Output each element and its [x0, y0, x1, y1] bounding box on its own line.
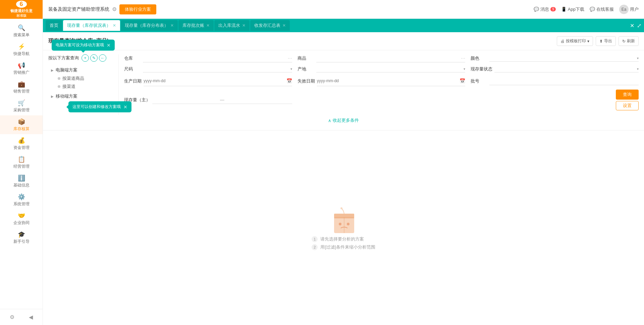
sidebar-item-finance[interactable]: 💰 资金管理: [0, 134, 43, 153]
sidebar-item-system[interactable]: ⚙️ 系统管理: [0, 191, 43, 209]
sidebar-item-label: 营销推广: [13, 70, 30, 75]
user-label: 用户: [630, 6, 639, 12]
sidebar-item-enterprise[interactable]: 🤝 企业协同: [0, 209, 43, 228]
tab-inventory-status-close[interactable]: ✕: [113, 23, 116, 28]
page-inner: 现存量查询(按仓库+商品) 🖨 按模板打印 ▾ ⬆ 导出 ↻ 刷新: [43, 32, 644, 325]
batch-no-label: 批号: [471, 78, 487, 84]
industry-btn[interactable]: 体验行业方案: [119, 4, 156, 14]
header-right: 💬 消息 9 📱 App下载 💬 在线客服 Ea 用户: [534, 5, 639, 14]
collapse-row: ∧ 收起更多条件: [48, 115, 639, 126]
scheme-item-channel-goods[interactable]: 按渠道商品: [55, 74, 116, 83]
sales-icon: 💼: [18, 80, 25, 88]
tab-batch-account-close[interactable]: ✕: [206, 23, 210, 28]
expiry-date-input[interactable]: [317, 77, 460, 85]
color-select[interactable]: ▾: [489, 55, 639, 62]
expiry-date-calendar-icon[interactable]: 📅: [460, 78, 465, 84]
scheme-desktop[interactable]: ▶ 电脑端方案: [48, 66, 116, 74]
empty-illustration: [330, 205, 360, 235]
empty-icon: [330, 205, 357, 232]
sidebar-item-label: 新手引导: [13, 239, 30, 245]
sidebar-item-quick[interactable]: ⚡ 快捷导航: [0, 40, 43, 59]
print-icon: 🖨: [560, 39, 565, 44]
header-gear-icon[interactable]: ⚙: [112, 6, 117, 12]
production-date-input[interactable]: [144, 77, 286, 85]
filter-top-row: 按以下方案查询 + ✎ ←: [48, 54, 116, 62]
tab-home[interactable]: 首页: [46, 20, 62, 31]
search-icon: 🔍: [18, 24, 25, 32]
scheme-desktop-label: 电脑端方案: [56, 67, 77, 73]
sidebar-item-inventory[interactable]: 📦 库存核算: [0, 115, 43, 134]
tab-inventory-dist-close[interactable]: ✕: [170, 23, 174, 28]
print-btn[interactable]: 🖨 按模板打印 ▾: [557, 36, 593, 46]
color-dropdown-icon: ▾: [637, 56, 639, 60]
logo-text: 畅捷通好生意: [10, 8, 33, 13]
maximize-button[interactable]: ⤢: [637, 22, 641, 29]
create-tooltip: 这里可以创建和修改方案哦 ✕: [68, 101, 131, 112]
tooltip-create-text: 这里可以创建和修改方案哦: [72, 104, 121, 110]
app-download-btn[interactable]: 📱 App下载: [561, 6, 584, 12]
add-scheme-btn[interactable]: +: [82, 54, 89, 62]
app-logo: 6 畅捷通好生意 标准版: [0, 0, 43, 19]
reset-button[interactable]: 设置: [616, 101, 639, 110]
online-service-btn[interactable]: 💬 在线客服: [590, 6, 614, 12]
warehouse-more-icon: ⋯: [288, 56, 292, 61]
sidebar-item-search[interactable]: 🔍 搜索菜单: [0, 21, 43, 40]
tab-recv-summary[interactable]: 收发存汇总表 ✕: [250, 20, 290, 31]
filter-size: 尺码 ▾: [124, 66, 292, 72]
warehouse-select[interactable]: ⋯: [143, 54, 292, 62]
tab-inout-flow[interactable]: 出入库流水 ✕: [214, 20, 250, 31]
sidebar-item-purchase[interactable]: 🛒 采购管理: [0, 97, 43, 115]
stock-main-sep: —: [220, 97, 224, 102]
export-btn[interactable]: ⬆ 导出: [596, 36, 616, 46]
filter-warehouse: 仓库 ⋯: [124, 54, 292, 62]
user-avatar: Ea: [619, 5, 629, 14]
refresh-btn[interactable]: ↻ 刷新: [619, 36, 639, 46]
scheme-item-channel[interactable]: 接渠道: [55, 83, 116, 91]
goods-label: 商品: [298, 55, 314, 61]
stock-main-min[interactable]: [152, 97, 219, 102]
collapse-btn[interactable]: ∧ 收起更多条件: [328, 117, 359, 123]
operations-icon: 📋: [18, 156, 25, 163]
production-date-calendar-icon[interactable]: 📅: [286, 78, 292, 84]
close-all-tabs-button[interactable]: ✕: [630, 22, 634, 29]
goods-select[interactable]: ⋯: [316, 54, 466, 62]
sidebar-item-basic[interactable]: ℹ️ 基础信息: [0, 172, 43, 191]
user-menu[interactable]: Ea 用户: [619, 5, 639, 14]
scheme-desktop-arrow: ▶: [51, 68, 54, 72]
print-dropdown-icon: ▾: [587, 39, 589, 44]
refresh-icon: ↻: [622, 39, 626, 44]
online-service-label: 在线客服: [596, 6, 614, 12]
back-scheme-btn[interactable]: ←: [99, 54, 106, 62]
collapse-sidebar-button[interactable]: ◀: [29, 314, 33, 320]
scheme-mobile[interactable]: ▶ 移动端方案: [48, 92, 116, 101]
expiry-date-input-wrap: 📅: [317, 76, 466, 86]
tooltip-create-close[interactable]: ✕: [123, 104, 127, 110]
page-content: 现存量查询(按仓库+商品) 🖨 按模板打印 ▾ ⬆ 导出 ↻ 刷新: [43, 32, 644, 325]
tab-inout-flow-close[interactable]: ✕: [242, 23, 246, 28]
sidebar-nav: 🔍 搜索菜单 ⚡ 快捷导航 📢 营销推广 💼 销售管理 🛒 采购管理 📦 库存核…: [0, 19, 43, 309]
edit-scheme-btn[interactable]: ✎: [90, 54, 98, 62]
sidebar-item-operations[interactable]: 📋 经营管理: [0, 153, 43, 172]
sidebar-item-newbie[interactable]: 🎓 新手引导: [0, 228, 43, 247]
batch-no-input[interactable]: [489, 77, 639, 85]
query-button[interactable]: 查询: [616, 90, 639, 100]
origin-select[interactable]: ▾: [316, 66, 466, 72]
production-date-label: 生产日期: [124, 78, 142, 84]
tab-inventory-status[interactable]: 现存量（库存状况表） ✕: [63, 20, 120, 31]
tab-inventory-dist[interactable]: 现存量（库存分布表） ✕: [121, 20, 178, 31]
stock-main-max[interactable]: [226, 97, 292, 102]
tab-batch-account[interactable]: 库存批次账 ✕: [178, 20, 214, 31]
stock-status-label: 现存量状态: [471, 66, 492, 72]
newbie-icon: 🎓: [18, 231, 25, 238]
message-btn[interactable]: 💬 消息 9: [534, 6, 556, 12]
size-select[interactable]: ▾: [143, 66, 292, 72]
tooltip-scheme-close[interactable]: ✕: [107, 43, 111, 48]
sidebar-item-sales[interactable]: 💼 销售管理: [0, 78, 43, 97]
settings-button[interactable]: ⚙: [10, 314, 14, 320]
tab-recv-summary-close[interactable]: ✕: [282, 23, 286, 28]
filter-origin: 产地 ▾: [298, 66, 466, 72]
sidebar-item-label: 快捷导航: [13, 51, 30, 57]
message-label: 消息: [540, 6, 549, 12]
stock-status-select[interactable]: ▾: [494, 66, 639, 72]
sidebar-item-marketing[interactable]: 📢 营销推广: [0, 59, 43, 78]
